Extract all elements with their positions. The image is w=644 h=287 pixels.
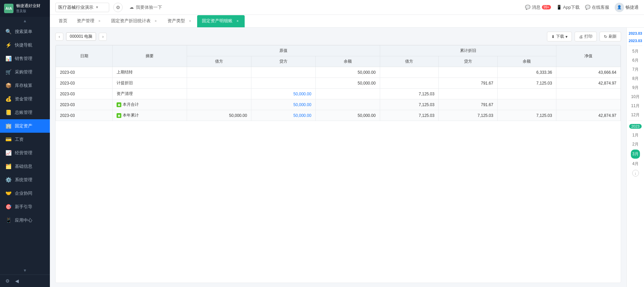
experience-label: 我要体验一下 xyxy=(136,4,162,10)
table-row: 2023-03 ▣本年累计 50,000.00 50,000.00 50,000… xyxy=(56,110,621,121)
sidebar-item-label: 快捷导航 xyxy=(15,42,32,48)
sidebar-item-label: 固定资产 xyxy=(15,123,32,129)
tab-label: 固定资产明细账 xyxy=(202,18,233,24)
col-accum-debit: 借方 xyxy=(380,56,439,67)
purchase-icon: 🛒 xyxy=(5,69,11,75)
content-main: ‹ 000001 电脑 › ⬇ 下载 ▾ 🖨 打印 xyxy=(50,28,626,287)
sidebar-item-system[interactable]: ⚙️ 系统管理 xyxy=(0,173,50,187)
rs-month-3-active[interactable]: 3月 xyxy=(631,150,640,159)
table-row: 2023-03 计提折旧 50,000.00 791.67 7,125.03 4… xyxy=(56,78,621,89)
sidebar-logo: AtA 畅捷通好业财 普及版 xyxy=(0,0,50,17)
tab-close-icon[interactable]: × xyxy=(188,19,192,23)
cell-orig-credit xyxy=(251,78,316,89)
rs-month-7[interactable]: 7月 xyxy=(627,65,644,74)
cell-orig-debit xyxy=(187,99,251,110)
rs-month-6[interactable]: 6月 xyxy=(627,56,644,65)
nav-next-button[interactable]: › xyxy=(99,33,107,41)
sidebar-item-search[interactable]: 🔍 搜索菜单 xyxy=(0,25,50,38)
cell-orig-debit xyxy=(187,89,251,99)
col-orig-debit: 借方 xyxy=(187,56,251,67)
user-profile[interactable]: 👤 畅捷通 xyxy=(615,3,639,12)
print-icon: 🖨 xyxy=(579,34,583,39)
sidebar-menu: 🔍 搜索菜单 ⚡ 快捷导航 📊 销售管理 🛒 采购管理 📦 库存核算 💰 资金管… xyxy=(0,25,50,266)
asset-chip: 000001 电脑 xyxy=(66,32,96,41)
download-button[interactable]: ⬇ 下载 ▾ xyxy=(547,32,572,41)
sidebar-item-label: 搜索菜单 xyxy=(15,29,32,35)
asset-navigation: ‹ 000001 电脑 › xyxy=(55,32,107,41)
rs-year-badge: 2023 xyxy=(629,124,641,129)
cell-accum-credit: 791.67 xyxy=(439,78,498,89)
refresh-button[interactable]: ↻ 刷新 xyxy=(600,32,621,41)
rs-month-8[interactable]: 8月 xyxy=(627,74,644,83)
sidebar-item-basic-info[interactable]: 🗂️ 基础信息 xyxy=(0,160,50,173)
tab-depreciation-table[interactable]: 固定资产折旧统计表 × xyxy=(106,15,163,27)
rs-top-year[interactable]: 2023.03 xyxy=(627,30,644,37)
sidebar-scroll-up[interactable]: ▲ xyxy=(0,17,50,25)
sidebar-item-fixed-assets[interactable]: 🏢 固定资产 xyxy=(0,119,50,133)
tab-close-icon[interactable]: × xyxy=(97,19,102,23)
sidebar-item-label: 总账管理 xyxy=(15,109,32,116)
rs-month-9[interactable]: 9月 xyxy=(627,83,644,92)
collapse-icon[interactable]: ◀ xyxy=(15,278,19,284)
sidebar-item-guide[interactable]: 🎯 新手引导 xyxy=(0,200,50,214)
messages-icon: 💬 xyxy=(525,5,530,10)
search-icon: 🔍 xyxy=(5,29,11,35)
online-service-button[interactable]: 💬 在线客服 xyxy=(585,4,609,10)
rs-divider-top xyxy=(628,45,642,46)
sidebar-item-inventory[interactable]: 📦 库存核算 xyxy=(0,79,50,92)
cell-date: 2023-03 xyxy=(56,67,113,78)
company-name: 医疗器械行业演示 xyxy=(58,4,93,10)
tab-close-icon[interactable]: × xyxy=(235,19,240,23)
tab-asset-detail[interactable]: 固定资产明细账 × xyxy=(197,15,245,27)
sidebar-item-funds[interactable]: 💰 资金管理 xyxy=(0,92,50,106)
print-button[interactable]: 🖨 打印 xyxy=(575,32,597,41)
sidebar-item-label: 经营管理 xyxy=(15,150,32,156)
sidebar-item-payroll[interactable]: 💳 工资 xyxy=(0,133,50,146)
settings-button[interactable]: ⚙ xyxy=(113,3,123,12)
messages-button[interactable]: 💬 消息 99+ xyxy=(525,4,551,10)
cell-orig-balance: 50,000.00 xyxy=(315,110,380,121)
inventory-icon: 📦 xyxy=(5,83,11,89)
col-accum-balance: 余额 xyxy=(497,56,556,67)
table-row: 2023-03 资产清理 50,000.00 7,125.03 xyxy=(56,89,621,99)
toolbar-actions: ⬇ 下载 ▾ 🖨 打印 ↻ 刷新 xyxy=(547,32,621,41)
sidebar-item-purchase[interactable]: 🛒 采购管理 xyxy=(0,65,50,79)
sidebar-item-sales[interactable]: 📊 销售管理 xyxy=(0,52,50,65)
cell-orig-balance: 50,000.00 xyxy=(315,67,380,78)
company-selector[interactable]: 医疗器械行业演示 ▼ xyxy=(55,3,109,12)
cell-net-value: 43,666.64 xyxy=(556,67,621,78)
sidebar-item-enterprise[interactable]: 🤝 企业协同 xyxy=(0,187,50,200)
cell-accum-balance: 7,125.03 xyxy=(497,78,556,89)
tab-asset-type[interactable]: 资产类型 × xyxy=(163,15,197,27)
rs-month-5[interactable]: 5月 xyxy=(627,47,644,56)
app-download-button[interactable]: 📱 App下载 xyxy=(556,4,580,10)
cell-accum-credit: 791.67 xyxy=(439,99,498,110)
rs-scroll-down[interactable]: ↓ xyxy=(632,170,639,177)
operations-icon: 📈 xyxy=(5,150,11,156)
sidebar-item-operations[interactable]: 📈 经营管理 xyxy=(0,146,50,160)
cell-accum-debit: 7,125.03 xyxy=(380,99,439,110)
sidebar-item-app-center[interactable]: 📱 应用中心 xyxy=(0,214,50,227)
rs-month-2[interactable]: 2月 xyxy=(627,140,644,149)
sidebar-scroll-down[interactable]: ▼ xyxy=(0,266,50,275)
tab-close-icon[interactable]: × xyxy=(153,19,158,23)
rs-month-10[interactable]: 10月 xyxy=(627,92,644,101)
rs-month-4[interactable]: 4月 xyxy=(627,159,644,168)
cell-orig-balance xyxy=(315,89,380,99)
rs-month-1[interactable]: 1月 xyxy=(627,131,644,140)
tab-home[interactable]: 首页 xyxy=(54,15,72,27)
sidebar-item-label: 库存核算 xyxy=(15,83,32,89)
rs-top-month[interactable]: 2023.03 xyxy=(627,37,644,44)
rs-month-12[interactable]: 12月 xyxy=(627,110,644,120)
nav-prev-button[interactable]: ‹ xyxy=(55,33,63,41)
tab-label: 资产类型 xyxy=(167,18,185,24)
sidebar-item-label: 企业协同 xyxy=(15,190,32,196)
tab-asset-mgmt[interactable]: 资产管理 × xyxy=(72,15,106,27)
sidebar-item-quick-nav[interactable]: ⚡ 快捷导航 xyxy=(0,38,50,52)
experience-button[interactable]: ☁ 我要体验一下 xyxy=(129,4,162,10)
asset-detail-table: 日期 摘要 原值 累计折旧 净值 借方 贷方 余额 借方 贷方 余额 xyxy=(55,45,621,283)
rs-month-11[interactable]: 11月 xyxy=(627,101,644,110)
sidebar-item-ledger[interactable]: 📒 总账管理 xyxy=(0,106,50,119)
table-row: 2023-03 上期结转 50,000.00 6,333.36 43,666.6… xyxy=(56,67,621,78)
settings-icon[interactable]: ⚙ xyxy=(5,278,10,284)
